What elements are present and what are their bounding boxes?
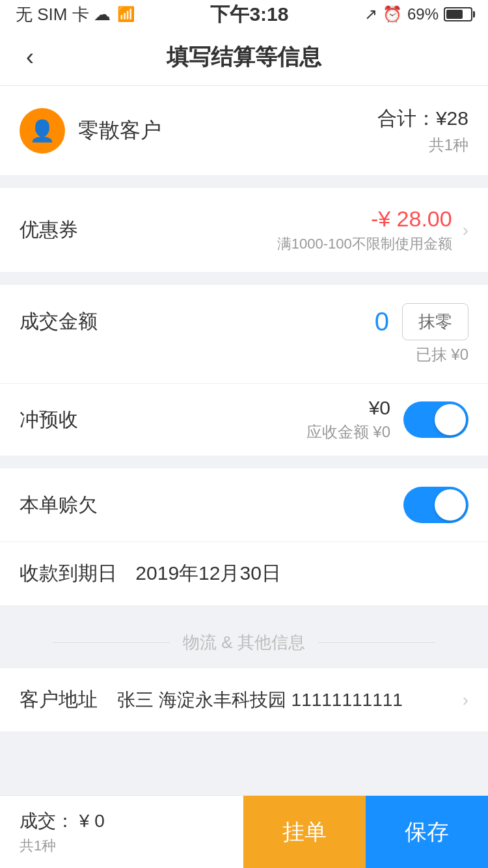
coupon-right: -¥ 28.00 满1000-100不限制使用金额 › bbox=[277, 206, 468, 254]
due-date-value: 2019年12月30日 bbox=[135, 562, 280, 584]
save-button[interactable]: 保存 bbox=[366, 796, 488, 869]
coupon-amount: -¥ 28.00 bbox=[277, 206, 452, 232]
location-icon: ↗ bbox=[364, 5, 377, 23]
prereceipt-toggle[interactable] bbox=[403, 401, 468, 438]
page-title: 填写结算等信息 bbox=[167, 42, 321, 72]
back-button[interactable]: ‹ bbox=[20, 37, 40, 77]
logistics-line-left bbox=[53, 642, 170, 643]
bottom-deal-label: 成交： bbox=[20, 811, 74, 831]
content: 👤 零散客户 合计：¥28 共1种 优惠券 -¥ 28.00 满1000-100… bbox=[0, 86, 488, 809]
coupon-row[interactable]: 优惠券 -¥ 28.00 满1000-100不限制使用金额 › bbox=[0, 188, 488, 272]
bottom-deal-line: 成交： ¥ 0 bbox=[20, 809, 224, 834]
address-chevron-icon: › bbox=[463, 690, 468, 711]
logistics-line-right bbox=[318, 642, 435, 643]
transaction-input[interactable] bbox=[311, 307, 389, 336]
debt-row: 本单赊欠 bbox=[0, 468, 488, 541]
logistics-divider: 物流 & 其他信息 bbox=[0, 618, 488, 667]
bottom-bar: 成交： ¥ 0 共1种 挂单 保存 bbox=[0, 795, 488, 868]
wifi-icon: 📶 bbox=[117, 6, 135, 23]
transaction-top: 成交金额 抹零 bbox=[20, 303, 468, 340]
address-value: 张三 海淀永丰科技园 11111111111 bbox=[117, 688, 463, 712]
prereceipt-row: 冲预收 ¥0 应收金额 ¥0 bbox=[0, 384, 488, 455]
avatar: 👤 bbox=[20, 108, 65, 154]
total-count: 共1种 bbox=[377, 135, 468, 156]
total-amount: 合计：¥28 bbox=[377, 105, 468, 132]
customer-section: 👤 零散客户 合计：¥28 共1种 bbox=[0, 86, 488, 175]
debt-toggle-knob bbox=[435, 489, 466, 521]
toggle-knob bbox=[435, 404, 466, 435]
transaction-label: 成交金额 bbox=[20, 308, 98, 335]
no-sim-text: 无 SIM 卡 ☁ bbox=[16, 3, 111, 26]
transaction-section: 成交金额 抹零 已抹 ¥0 冲预收 ¥0 应收金额 ¥0 bbox=[0, 285, 488, 455]
customer-left: 👤 零散客户 bbox=[20, 108, 161, 154]
logistics-header: 物流 & 其他信息 bbox=[0, 618, 488, 667]
due-date-label: 收款到期日 bbox=[20, 562, 117, 584]
address-section[interactable]: 客户地址 张三 海淀永丰科技园 11111111111 › bbox=[0, 668, 488, 731]
coupon-section: 优惠券 -¥ 28.00 满1000-100不限制使用金额 › bbox=[0, 188, 488, 272]
debt-toggle[interactable] bbox=[403, 487, 468, 523]
prereceipt-label: 冲预收 bbox=[20, 407, 78, 433]
avatar-icon: 👤 bbox=[29, 118, 55, 143]
status-bar: 无 SIM 卡 ☁ 📶 下午3:18 ↗ ⏰ 69% bbox=[0, 0, 488, 29]
bottom-count: 共1种 bbox=[20, 836, 224, 856]
transaction-sub: 已抹 ¥0 bbox=[20, 344, 468, 365]
coupon-desc: 满1000-100不限制使用金额 bbox=[277, 234, 452, 254]
debt-section: 本单赊欠 收款到期日 2019年12月30日 bbox=[0, 468, 488, 605]
customer-name: 零散客户 bbox=[78, 116, 161, 145]
logistics-label: 物流 & 其他信息 bbox=[183, 631, 305, 654]
chevron-right-icon: › bbox=[463, 220, 468, 241]
coupon-label: 优惠券 bbox=[20, 217, 78, 243]
transaction-row: 成交金额 抹零 已抹 ¥0 bbox=[0, 285, 488, 384]
status-time: 下午3:18 bbox=[210, 1, 288, 28]
battery-icon bbox=[444, 7, 472, 21]
bottom-deal-amount: ¥ 0 bbox=[79, 811, 105, 831]
customer-right: 合计：¥28 共1种 bbox=[377, 105, 468, 156]
status-left: 无 SIM 卡 ☁ 📶 bbox=[16, 3, 135, 26]
hold-button[interactable]: 挂单 bbox=[243, 796, 366, 869]
prereceipt-amounts: ¥0 应收金额 ¥0 bbox=[306, 397, 390, 442]
bottom-summary: 成交： ¥ 0 共1种 bbox=[0, 809, 243, 856]
due-date-row: 收款到期日 2019年12月30日 bbox=[0, 541, 488, 605]
alarm-icon: ⏰ bbox=[383, 5, 402, 23]
round-zero-button[interactable]: 抹零 bbox=[402, 303, 468, 340]
debt-label: 本单赊欠 bbox=[20, 492, 98, 519]
prereceipt-main: ¥0 bbox=[306, 397, 390, 419]
status-right: ↗ ⏰ 69% bbox=[364, 5, 472, 23]
address-label: 客户地址 bbox=[20, 686, 98, 713]
prereceipt-sub: 应收金额 ¥0 bbox=[306, 422, 390, 442]
battery-percent: 69% bbox=[407, 5, 439, 23]
nav-bar: ‹ 填写结算等信息 bbox=[0, 29, 488, 86]
